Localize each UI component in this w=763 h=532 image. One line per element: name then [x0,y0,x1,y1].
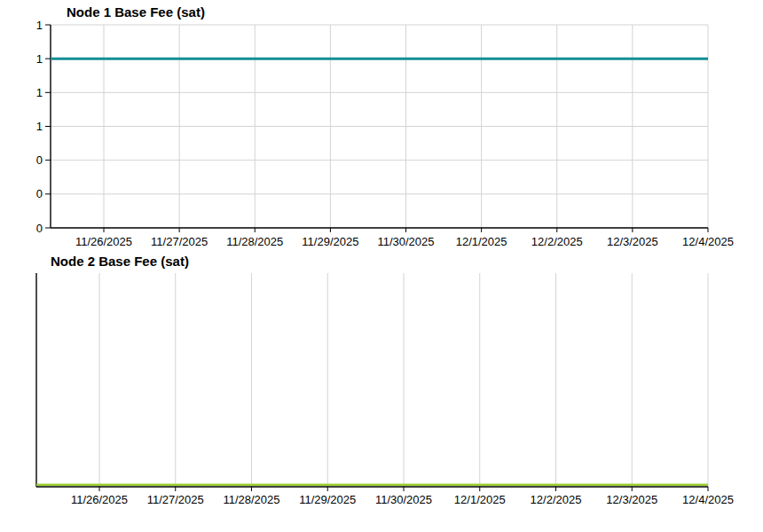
x-tick-label: 11/26/2025 [71,493,128,506]
y-tick-label: 1 [36,52,43,66]
x-tick-label: 12/4/2025 [682,493,734,506]
x-tick-label: 11/29/2025 [299,493,356,506]
y-tick-label: 0 [36,222,43,235]
x-tick-label: 12/2/2025 [531,235,583,248]
x-tick-label: 12/2/2025 [531,493,582,506]
x-tick-label: 11/28/2025 [226,235,283,248]
x-tick-label: 12/4/2025 [682,235,734,248]
y-tick-label: 1 [36,19,43,32]
x-tick-label: 11/30/2025 [377,235,434,248]
x-tick-label: 12/3/2025 [607,235,658,248]
x-tick-label: 12/3/2025 [606,493,657,506]
x-tick-label: 11/29/2025 [302,235,358,248]
y-tick-label: 0 [36,153,43,167]
fee-charts-page: Node 1 Base Fee (sat) Node 2 Base Fee (s… [0,0,763,532]
x-tick-label: 11/30/2025 [375,493,432,506]
x-tick-label: 12/1/2025 [454,493,506,506]
x-tick-label: 12/1/2025 [456,235,507,248]
y-tick-label: 1 [36,120,43,133]
x-tick-label: 11/26/2025 [75,235,132,248]
x-tick-label: 11/28/2025 [223,493,279,506]
charts-canvas: 11/26/202511/27/202511/28/202511/29/2025… [0,0,763,532]
y-tick-label: 0 [36,187,43,200]
x-tick-label: 11/27/2025 [151,235,208,248]
x-tick-label: 11/27/2025 [147,493,204,506]
y-tick-label: 1 [36,86,43,99]
